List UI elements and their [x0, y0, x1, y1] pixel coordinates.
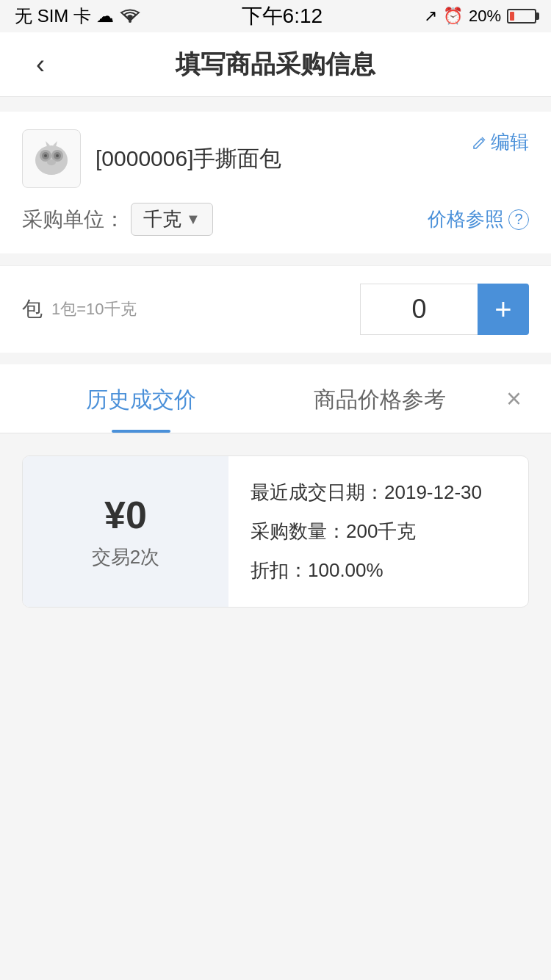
- history-trade-count: 交易2次: [92, 544, 159, 570]
- product-unit-row: 采购单位： 千克 ▼ 价格参照 ?: [22, 203, 529, 236]
- svg-point-6: [44, 154, 47, 157]
- status-time: 下午6:12: [242, 2, 323, 30]
- help-icon: ?: [508, 209, 529, 230]
- product-thumbnail: [22, 129, 81, 188]
- wifi-icon: [120, 9, 140, 24]
- status-right: ↗ ⏰ 20%: [424, 7, 536, 26]
- quantity-unit-info: 包 1包=10千克: [22, 295, 137, 323]
- tab-history-price[interactable]: 历史成交价: [22, 364, 260, 433]
- unit-label: 采购单位：: [22, 206, 125, 234]
- quantity-plus-button[interactable]: +: [478, 284, 529, 335]
- gps-icon: ↗: [424, 7, 437, 26]
- history-detail-side: 最近成交日期：2019-12-30 采购数量：200千克 折扣：100.00%: [228, 456, 528, 607]
- nav-bar: ‹ 填写商品采购信息: [0, 32, 551, 97]
- unit-select[interactable]: 千克 ▼: [131, 203, 213, 236]
- tab-product-price-ref[interactable]: 商品价格参考: [260, 364, 498, 433]
- product-name: [0000006]手撕面包: [96, 144, 281, 174]
- svg-point-7: [56, 154, 59, 157]
- history-price-value: ¥0: [104, 493, 147, 537]
- price-reference-button[interactable]: 价格参照 ?: [428, 206, 529, 232]
- history-price-side: ¥0 交易2次: [23, 456, 228, 607]
- product-owl-icon: [29, 137, 73, 181]
- battery-percent: 20%: [469, 7, 501, 26]
- dropdown-chevron-icon: ▼: [186, 211, 201, 228]
- no-sim-text: 无 SIM 卡 ☁: [15, 4, 114, 28]
- product-header: [0000006]手撕面包 编辑: [22, 129, 529, 188]
- back-button[interactable]: ‹: [22, 46, 59, 83]
- alarm-icon: ⏰: [443, 7, 463, 26]
- quantity-input[interactable]: [360, 284, 478, 335]
- svg-point-8: [47, 159, 56, 165]
- product-card: [0000006]手撕面包 编辑 采购单位： 千克 ▼ 价格参照 ?: [0, 112, 551, 253]
- battery-icon: [507, 9, 536, 24]
- tabs-bar: 历史成交价 商品价格参考 ×: [0, 364, 551, 433]
- quantity-item: 采购数量：200千克: [251, 517, 506, 546]
- history-card: ¥0 交易2次 最近成交日期：2019-12-30 采购数量：200千克 折扣：…: [22, 455, 529, 608]
- tab-close-button[interactable]: ×: [499, 376, 529, 422]
- edit-icon: [472, 134, 488, 151]
- quantity-unit-icon: 包: [22, 295, 43, 323]
- discount-item: 折扣：100.00%: [251, 556, 506, 585]
- recent-date-item: 最近成交日期：2019-12-30: [251, 478, 506, 507]
- unit-section: 采购单位： 千克 ▼: [22, 203, 213, 236]
- page-title: 填写商品采购信息: [176, 48, 375, 82]
- edit-button[interactable]: 编辑: [472, 129, 529, 155]
- quantity-row: 包 1包=10千克 +: [0, 265, 551, 353]
- svg-point-0: [129, 20, 132, 23]
- product-info: [0000006]手撕面包: [22, 129, 281, 188]
- status-bar: 无 SIM 卡 ☁ 下午6:12 ↗ ⏰ 20%: [0, 0, 551, 32]
- history-content: ¥0 交易2次 最近成交日期：2019-12-30 采购数量：200千克 折扣：…: [0, 433, 551, 630]
- quantity-conversion: 1包=10千克: [51, 298, 137, 320]
- quantity-input-group: +: [360, 284, 529, 335]
- status-left: 无 SIM 卡 ☁: [15, 4, 140, 28]
